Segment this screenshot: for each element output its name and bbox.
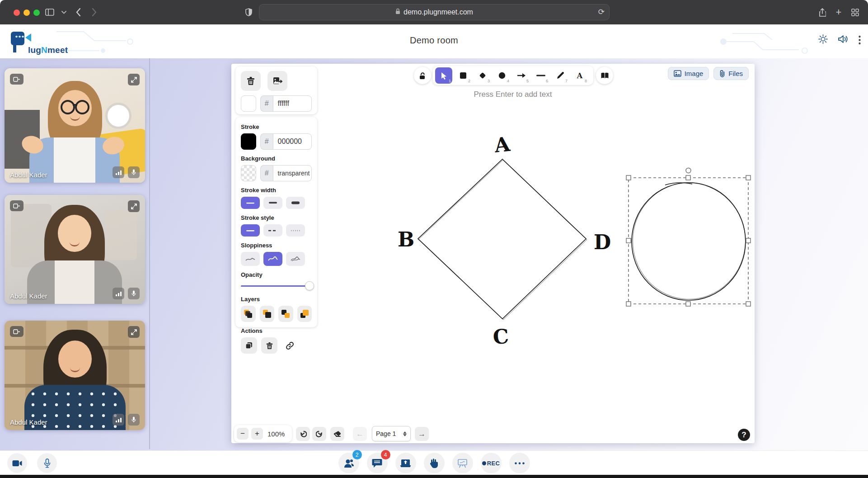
page-select-value: Page 1	[376, 430, 396, 437]
stroke-color-input[interactable]: 000000	[273, 133, 312, 150]
canvas-color-swatch[interactable]	[241, 95, 256, 112]
help-button[interactable]: ?	[738, 429, 750, 441]
room-title: Demo room	[0, 35, 868, 46]
stroke-style-dotted-button[interactable]	[286, 224, 305, 237]
clear-canvas-button[interactable]	[241, 71, 261, 91]
stroke-label: Stroke	[241, 123, 312, 130]
participant-name: Abdul Kader	[10, 171, 47, 179]
undo-button[interactable]	[296, 427, 310, 441]
window-bottom-edge	[0, 475, 868, 478]
ellipse-shape[interactable]	[631, 180, 747, 301]
canvas-color-input[interactable]: ffffff	[273, 95, 312, 112]
next-page-button[interactable]: →	[415, 427, 429, 441]
minimize-window-button[interactable]	[23, 9, 30, 16]
raise-hand-button[interactable]	[424, 453, 445, 473]
image-upload-button[interactable]: Image	[668, 67, 709, 80]
export-image-button[interactable]	[267, 71, 287, 91]
theme-brightness-icon[interactable]	[818, 34, 828, 46]
tool-ellipse[interactable]: 4	[493, 67, 511, 84]
background-color-swatch[interactable]	[241, 165, 256, 181]
opacity-label: Opacity	[241, 271, 312, 278]
record-label: REC	[487, 460, 500, 467]
opacity-slider-knob[interactable]	[305, 281, 314, 290]
tool-arrow[interactable]: 5	[513, 67, 530, 84]
zoom-out-button[interactable]: −	[237, 428, 249, 440]
bring-forward-button[interactable]	[278, 306, 293, 322]
reload-icon[interactable]: ⟳	[598, 7, 605, 17]
chat-icon	[372, 459, 382, 468]
drawing-toolbar: 1 2 3 4 5	[433, 66, 593, 85]
close-window-button[interactable]	[14, 9, 20, 16]
chevron-down-icon[interactable]	[58, 6, 70, 18]
raise-hand-icon	[430, 458, 438, 468]
app-header: lugNmeet Demo room	[0, 24, 868, 58]
picture-in-picture-icon[interactable]	[10, 200, 23, 211]
whiteboard[interactable]: A B C D	[231, 64, 755, 443]
more-options-button[interactable]	[509, 453, 530, 473]
stroke-style-dashed-button[interactable]	[263, 224, 282, 237]
tool-selection[interactable]: 1	[435, 67, 452, 84]
delete-button[interactable]	[261, 337, 277, 354]
speaker-icon[interactable]	[838, 34, 849, 46]
sloppiness-artist-button[interactable]	[263, 252, 282, 266]
address-bar[interactable]: demo.plugnmeet.com ⟳	[259, 4, 610, 20]
previous-page-button: ←	[353, 427, 367, 441]
kebab-menu-icon[interactable]	[859, 35, 861, 45]
sloppiness-cartoonist-button[interactable]	[286, 252, 305, 266]
participants-button[interactable]: 2	[338, 453, 359, 473]
tool-diamond[interactable]: 3	[474, 67, 491, 84]
participant-tile: Abdul Kader	[5, 321, 145, 430]
selection-box[interactable]	[626, 168, 751, 307]
picture-in-picture-icon[interactable]	[10, 74, 23, 85]
whiteboard-button[interactable]	[452, 453, 473, 473]
stroke-width-extrabold-button[interactable]	[286, 197, 305, 209]
lock-tool-button[interactable]	[414, 67, 431, 84]
lock-icon	[395, 8, 400, 16]
stroke-color-swatch[interactable]	[241, 133, 256, 150]
zoom-level[interactable]: 100%	[267, 430, 285, 438]
redo-button[interactable]	[312, 427, 326, 441]
zoom-window-button[interactable]	[33, 9, 40, 16]
hash-prefix: #	[260, 95, 273, 112]
send-backward-button[interactable]	[260, 306, 275, 322]
screen-share-button[interactable]	[395, 453, 416, 473]
tool-rectangle[interactable]: 2	[455, 67, 472, 84]
fullscreen-expand-icon[interactable]	[128, 74, 140, 85]
picture-in-picture-icon[interactable]	[10, 326, 23, 337]
record-button[interactable]: REC	[481, 453, 502, 473]
opacity-slider[interactable]	[241, 281, 312, 290]
stroke-width-thin-button[interactable]	[241, 197, 260, 209]
sidebar-toggle-icon[interactable]	[44, 6, 56, 18]
tool-line[interactable]: 6	[532, 67, 549, 84]
connection-signal-icon	[113, 166, 124, 178]
files-button[interactable]: Files	[713, 67, 749, 80]
bring-to-front-button[interactable]	[297, 306, 312, 322]
new-tab-icon[interactable]: +	[833, 6, 845, 18]
stroke-style-solid-button[interactable]	[241, 224, 260, 237]
zoom-controls: − + 100%	[234, 425, 292, 442]
connection-signal-icon	[113, 414, 124, 426]
share-icon[interactable]	[816, 6, 828, 18]
svg-text:A: A	[577, 72, 583, 79]
stroke-width-bold-button[interactable]	[263, 197, 282, 209]
fullscreen-expand-icon[interactable]	[128, 200, 140, 212]
chat-button[interactable]: 4	[367, 453, 388, 473]
back-icon[interactable]	[72, 6, 84, 18]
background-color-input[interactable]: transparent	[273, 165, 312, 181]
sloppiness-architect-button[interactable]	[241, 252, 260, 266]
tool-draw[interactable]: 7	[552, 67, 569, 84]
duplicate-button[interactable]	[241, 337, 257, 354]
participant-mic-icon	[128, 166, 140, 178]
zoom-in-button[interactable]: +	[251, 428, 263, 440]
library-button[interactable]	[596, 67, 613, 84]
panel-divider[interactable]	[149, 58, 150, 449]
tool-text[interactable]: A 8	[571, 67, 588, 84]
diamond-shape[interactable]	[418, 159, 587, 320]
send-to-back-button[interactable]	[241, 306, 256, 322]
fullscreen-expand-icon[interactable]	[128, 326, 140, 338]
shield-icon[interactable]	[243, 6, 254, 18]
link-button[interactable]	[282, 337, 298, 354]
tab-overview-icon[interactable]	[849, 6, 861, 18]
page-select[interactable]: Page 1	[372, 426, 411, 441]
eraser-button[interactable]	[330, 427, 344, 441]
